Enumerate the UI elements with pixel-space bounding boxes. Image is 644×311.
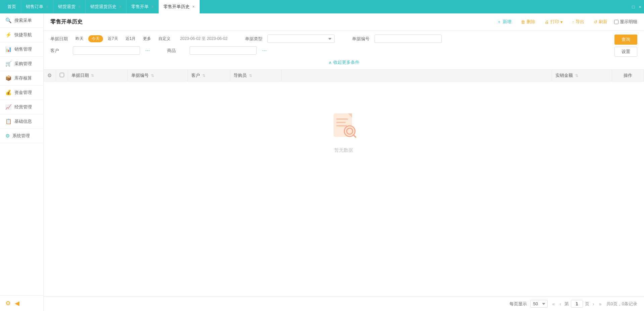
th-number-sort: ⇅: [151, 73, 154, 77]
query-btn-group: 查询 设置: [614, 35, 637, 57]
th-settings[interactable]: ⚙: [44, 70, 56, 82]
th-spacer: [281, 70, 552, 82]
export-button[interactable]: ↑ 导出: [569, 17, 587, 26]
collapse-sidebar-button[interactable]: ◀: [15, 300, 19, 307]
next-page-button[interactable]: ›: [591, 301, 596, 307]
customer-picker-btn[interactable]: ···: [145, 48, 150, 54]
th-customer[interactable]: 客户 ⇅: [188, 70, 230, 82]
content-area: 零售开单历史 ＋ 新增 🗑 删除 🖨 打印 ▾ ↑ 导出: [44, 13, 644, 311]
tab-sales-return[interactable]: 销货退货 ×: [53, 0, 86, 13]
set-button[interactable]: 设置: [614, 47, 637, 57]
add-icon: ＋: [497, 19, 501, 25]
print-dropdown-icon[interactable]: ▾: [560, 19, 563, 24]
window-restore[interactable]: □: [632, 4, 635, 9]
page-total: 共0页，0条记录: [606, 301, 637, 307]
refresh-button[interactable]: ↺ 刷新: [591, 17, 610, 26]
quick-nav-icon: ⚡: [5, 32, 12, 38]
tab-retail-open[interactable]: 零售开单 ×: [127, 0, 159, 13]
date-opt-more[interactable]: 更多: [140, 35, 154, 42]
delete-button[interactable]: 🗑 删除: [518, 17, 538, 26]
sidebar-item-search[interactable]: 🔍 搜索采单: [0, 13, 43, 28]
date-opt-1month[interactable]: 近1月: [123, 35, 139, 42]
tab-sales-return-close[interactable]: ×: [78, 4, 81, 9]
tab-home[interactable]: 首页: [3, 0, 21, 13]
tab-sales-order[interactable]: 销售订单 ×: [21, 0, 53, 13]
sidebar-item-finance[interactable]: 💰 资金管理: [0, 86, 43, 100]
tab-sales-order-close[interactable]: ×: [46, 4, 48, 9]
export-icon: ↑: [572, 19, 575, 24]
page-title: 零售开单历史: [50, 18, 83, 25]
customer-label: 客户: [50, 48, 69, 54]
svg-rect-2: [336, 122, 346, 123]
sidebar-item-sales[interactable]: 📊 销售管理: [0, 42, 43, 57]
print-icon: 🖨: [545, 19, 549, 24]
tab-retail-open-history-close[interactable]: ×: [192, 4, 195, 9]
tab-home-label: 首页: [7, 4, 16, 10]
th-date[interactable]: 单据日期 ⇅: [68, 70, 128, 82]
th-date-label: 单据日期: [71, 73, 89, 78]
page-size-select[interactable]: 50 20 100 200: [530, 300, 548, 308]
th-ops-label: 操作: [624, 73, 632, 78]
tab-sales-return-history-label: 销货退货历史: [90, 4, 116, 10]
sidebar-item-purchase-label: 采购管理: [14, 61, 32, 67]
page-number-input[interactable]: [571, 300, 583, 308]
goods-input[interactable]: [190, 46, 257, 55]
table-body: 暂无数据: [44, 82, 644, 180]
tab-sales-order-label: 销售订单: [26, 4, 43, 10]
show-detail-toggle[interactable]: 显示明细: [614, 19, 637, 25]
export-label: 导出: [576, 19, 584, 25]
sidebar-item-inventory-label: 库存核算: [14, 75, 32, 81]
goods-picker-btn[interactable]: ···: [262, 48, 266, 54]
page-label: 第: [564, 301, 569, 307]
th-guide[interactable]: 导购员 ⇅: [230, 70, 282, 82]
window-close[interactable]: ×: [639, 4, 641, 9]
search-icon: 🔍: [5, 17, 12, 23]
collapse-icon: ∧: [329, 60, 332, 65]
tab-sales-return-label: 销货退货: [58, 4, 76, 10]
sales-icon: 📊: [5, 46, 12, 52]
collapse-bar[interactable]: ∧ 收起更多条件: [50, 58, 637, 65]
doc-number-input[interactable]: [375, 35, 442, 43]
tab-retail-open-close[interactable]: ×: [151, 4, 154, 9]
prev-page-button[interactable]: ‹: [558, 301, 562, 307]
main-layout: 🔍 搜索采单 ⚡ 快捷导航 📊 销售管理 🛒 采购管理 📦 库存核算 💰 资金管…: [0, 13, 644, 311]
header-actions: ＋ 新增 🗑 删除 🖨 打印 ▾ ↑ 导出 ↺ 刷新: [494, 17, 638, 26]
th-amount[interactable]: 实销金额 ⇅: [552, 70, 612, 82]
sidebar-item-operations-label: 经营管理: [14, 104, 32, 110]
show-detail-label: 显示明细: [620, 19, 637, 25]
date-opt-7days[interactable]: 近7天: [105, 35, 121, 42]
customer-input[interactable]: [73, 46, 140, 55]
print-button[interactable]: 🖨 打印 ▾: [542, 17, 565, 26]
last-page-button[interactable]: »: [598, 301, 603, 307]
sidebar-bottom: ⚙ ◀: [0, 295, 43, 311]
sidebar-item-inventory[interactable]: 📦 库存核算: [0, 71, 43, 86]
th-amount-sort: ⇅: [575, 73, 578, 77]
date-opt-yesterday[interactable]: 昨天: [73, 35, 86, 42]
th-number[interactable]: 单据编号 ⇅: [128, 70, 188, 82]
operations-icon: 📈: [5, 104, 12, 110]
first-page-button[interactable]: «: [551, 301, 556, 307]
date-opt-today[interactable]: 今天: [88, 35, 103, 42]
show-detail-checkbox[interactable]: [614, 20, 618, 24]
system-icon: ⚙: [5, 133, 10, 139]
sidebar-item-operations[interactable]: 📈 经营管理: [0, 100, 43, 114]
date-range-display: 2023-06-02 至 2023-06-02: [180, 36, 227, 42]
tab-sales-return-history-close[interactable]: ×: [119, 4, 121, 9]
print-label: 打印: [550, 19, 559, 25]
query-button[interactable]: 查询: [614, 35, 637, 45]
doc-type-select[interactable]: [267, 35, 335, 43]
tab-sales-return-history[interactable]: 销货退货历史 ×: [86, 0, 127, 13]
table-header-row: ⚙ 单据日期 ⇅ 单据编号 ⇅ 客户: [44, 70, 644, 82]
select-all-checkbox[interactable]: [60, 73, 64, 77]
date-opt-custom[interactable]: 自定义: [156, 35, 173, 42]
tab-retail-open-history[interactable]: 零售开单历史 ×: [159, 0, 200, 13]
add-button[interactable]: ＋ 新增: [494, 17, 514, 26]
tabs-bar: 首页 销售订单 × 销货退货 × 销货退货历史 × 零售开单 × 零售开单历史 …: [0, 0, 644, 13]
sidebar-item-system[interactable]: ⚙ 系统管理: [0, 129, 43, 143]
svg-rect-3: [336, 125, 347, 126]
sidebar-item-basic-info[interactable]: 📋 基础信息: [0, 114, 43, 129]
sidebar-item-purchase[interactable]: 🛒 采购管理: [0, 57, 43, 71]
sidebar-item-quick-nav[interactable]: ⚡ 快捷导航: [0, 28, 43, 42]
page-suffix: 页: [585, 301, 589, 307]
settings-button[interactable]: ⚙: [5, 300, 11, 307]
